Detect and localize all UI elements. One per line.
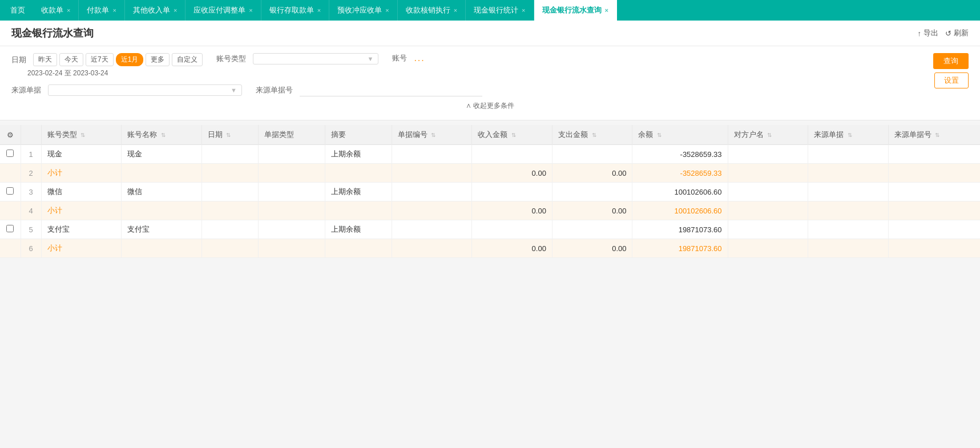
cell-source-doc-no — [888, 145, 980, 164]
cell-counterparty — [728, 164, 808, 183]
row-checkbox[interactable] — [0, 145, 21, 164]
export-button[interactable]: ↑ 导出 — [918, 28, 939, 38]
cell-account-type: 小计 — [41, 201, 122, 220]
cell-balance: 19871073.60 — [632, 220, 728, 239]
cell-source-doc — [808, 145, 889, 164]
column-doc-type: 单据类型 — [258, 125, 325, 145]
close-icon[interactable]: × — [317, 7, 321, 14]
cell-source-doc — [808, 164, 889, 183]
nav-tab-付款单[interactable]: 付款单 × — [79, 0, 124, 21]
cell-expense: 0.00 — [552, 201, 632, 220]
column-source-doc-no[interactable]: 来源单据号 ⇅ — [888, 125, 980, 145]
close-icon[interactable]: × — [249, 7, 252, 14]
nav-tab-预收冲应收单[interactable]: 预收冲应收单 × — [329, 0, 397, 21]
refresh-button[interactable]: ↺ 刷新 — [945, 28, 969, 38]
nav-home[interactable]: 首页 — [2, 0, 33, 21]
right-action-buttons: 查询 设置 — [933, 53, 969, 88]
table-row: 1现金现金上期余额-3528659.33 — [0, 145, 980, 164]
settings-button[interactable]: 设置 — [934, 72, 969, 88]
account-type-select[interactable]: ▼ — [253, 53, 378, 64]
nav-tab-现金银行统计[interactable]: 现金银行统计 × — [466, 0, 534, 21]
column-expense[interactable]: 支出金额 ⇅ — [552, 125, 632, 145]
cell-source-doc-no — [888, 239, 980, 258]
cell-date — [201, 145, 258, 164]
source-doc-num-input[interactable] — [300, 84, 482, 96]
cell-doc-type — [258, 220, 325, 239]
account-dots[interactable]: ... — [414, 53, 425, 63]
cell-summary — [325, 164, 392, 183]
cell-balance: 100102606.60 — [632, 183, 728, 201]
cell-expense — [552, 183, 632, 201]
source-doc-num-label: 来源单据号 — [256, 85, 293, 95]
row-number: 6 — [21, 239, 41, 258]
column-balance[interactable]: 余额 ⇅ — [632, 125, 728, 145]
nav-tab-收款单[interactable]: 收款单 × — [33, 0, 79, 21]
cell-source-doc — [808, 220, 889, 239]
date-btn-today[interactable]: 今天 — [59, 53, 83, 66]
close-icon[interactable]: × — [67, 7, 70, 14]
row-checkbox[interactable] — [0, 239, 21, 258]
column-account-name[interactable]: 账号名称 ⇅ — [122, 125, 202, 145]
nav-tab-收款核销执行[interactable]: 收款核销执行 × — [398, 0, 466, 21]
column-date[interactable]: 日期 ⇅ — [201, 125, 258, 145]
cell-source-doc-no — [888, 183, 980, 201]
cell-doc-no — [392, 201, 472, 220]
cell-balance: 100102606.60 — [632, 201, 728, 220]
nav-tab-其他收入单[interactable]: 其他收入单 × — [125, 0, 185, 21]
cell-counterparty — [728, 220, 808, 239]
date-btn-1month[interactable]: 近1月 — [116, 53, 144, 66]
nav-tab-银行存取款单[interactable]: 银行存取款单 × — [261, 0, 329, 21]
date-btn-more[interactable]: 更多 — [146, 53, 170, 66]
table-row: 3微信微信上期余额100102606.60 — [0, 183, 980, 201]
cell-date — [201, 220, 258, 239]
cell-summary — [325, 239, 392, 258]
cell-counterparty — [728, 183, 808, 201]
table-row: 4小计0.000.00100102606.60 — [0, 201, 980, 220]
cell-income — [472, 183, 552, 201]
table-body: 1现金现金上期余额-3528659.332小计0.000.00-3528659.… — [0, 145, 980, 258]
cell-date — [201, 183, 258, 201]
cell-doc-no — [392, 220, 472, 239]
close-icon[interactable]: × — [112, 7, 116, 14]
column-account-type[interactable]: 账号类型 ⇅ — [41, 125, 122, 145]
cell-doc-type — [258, 145, 325, 164]
close-icon[interactable]: × — [174, 7, 177, 14]
row-checkbox[interactable] — [0, 220, 21, 239]
cell-account-type: 微信 — [41, 183, 122, 201]
cell-source-doc — [808, 239, 889, 258]
cell-balance: -3528659.33 — [632, 145, 728, 164]
table-row: 5支付宝支付宝上期余额19871073.60 — [0, 220, 980, 239]
source-filter-row: 来源单据 ▼ 来源单据号 — [11, 84, 924, 96]
close-icon[interactable]: × — [454, 7, 457, 14]
column-source-doc[interactable]: 来源单据 ⇅ — [808, 125, 889, 145]
collapse-bar[interactable]: ∧ 收起更多条件 — [11, 99, 969, 113]
close-icon[interactable]: × — [605, 7, 608, 14]
cell-summary: 上期余额 — [325, 183, 392, 201]
cell-account-type: 现金 — [41, 145, 122, 164]
chevron-down-icon: ▼ — [231, 87, 237, 94]
nav-tab-现金银行流水查询[interactable]: 现金银行流水查询 × — [534, 0, 617, 21]
query-button[interactable]: 查询 — [933, 53, 969, 69]
column-doc-no[interactable]: 单据编号 ⇅ — [392, 125, 472, 145]
cell-counterparty — [728, 145, 808, 164]
date-filter-section: 日期 昨天 今天 近7天 近1月 更多 自定义 2023-02-24 至 202… — [11, 53, 203, 78]
nav-tab-应收应付调整单[interactable]: 应收应付调整单 × — [185, 0, 261, 21]
close-icon[interactable]: × — [522, 7, 525, 14]
source-doc-select[interactable]: ▼ — [48, 84, 242, 96]
cell-account-type: 小计 — [41, 239, 122, 258]
date-btn-custom[interactable]: 自定义 — [172, 53, 203, 66]
column-income[interactable]: 收入金额 ⇅ — [472, 125, 552, 145]
date-btn-yesterday[interactable]: 昨天 — [33, 53, 57, 66]
row-checkbox[interactable] — [0, 183, 21, 201]
cell-balance: -3528659.33 — [632, 164, 728, 183]
data-table-container: ⚙ 账号类型 ⇅ 账号名称 ⇅ 日期 ⇅ 单据类型 摘要 单据编号 ⇅ 收入金额… — [0, 125, 980, 258]
column-counterparty[interactable]: 对方户名 ⇅ — [728, 125, 808, 145]
table-row: 6小计0.000.0019871073.60 — [0, 239, 980, 258]
date-btn-7days[interactable]: 近7天 — [86, 53, 114, 66]
column-gear[interactable]: ⚙ — [0, 125, 21, 145]
cell-counterparty — [728, 201, 808, 220]
row-checkbox[interactable] — [0, 201, 21, 220]
cell-doc-type — [258, 164, 325, 183]
close-icon[interactable]: × — [385, 7, 389, 14]
row-checkbox[interactable] — [0, 164, 21, 183]
